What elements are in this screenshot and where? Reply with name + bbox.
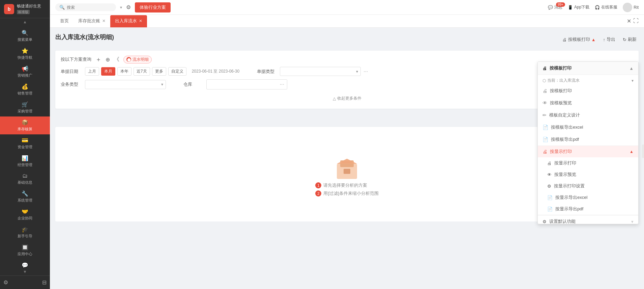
gear-icon-2: ⚙ bbox=[547, 184, 551, 189]
sidebar-item-system[interactable]: 🔧 系统管理 bbox=[0, 188, 50, 206]
dropdown-display-export-excel[interactable]: 📄 按显示导出excel bbox=[538, 192, 638, 203]
tab-home[interactable]: 首页 bbox=[55, 15, 74, 27]
sidebar-item-finance[interactable]: 💳 资金管理 bbox=[0, 134, 50, 152]
wrench-icon: 🔧 bbox=[22, 190, 28, 197]
print-template-btn[interactable]: 🖨 按模板打印 ▲ bbox=[560, 35, 598, 44]
card-icon: 💳 bbox=[22, 137, 28, 143]
sidebar-scroll-down[interactable]: ▼ bbox=[0, 268, 50, 275]
sidebar-item-inventory[interactable]: 📦 库存核算 bbox=[0, 116, 50, 134]
sidebar-item-marketing[interactable]: 📢 营销推广 bbox=[0, 63, 50, 81]
biz-type-select[interactable] bbox=[85, 80, 166, 89]
sidebar-item-guide[interactable]: 🎓 新手引导 bbox=[0, 224, 50, 241]
graduation-icon: 🎓 bbox=[22, 226, 28, 233]
doc-type-select[interactable] bbox=[280, 67, 361, 76]
date-btn-more[interactable]: 更多 bbox=[152, 67, 166, 76]
filter-collapse-btn[interactable]: 《 bbox=[114, 56, 119, 63]
warehouse-filter: 仓库 ··· bbox=[183, 79, 287, 89]
sidebar-scroll-up[interactable]: ▲ bbox=[0, 18, 50, 26]
tab-batch-account[interactable]: 库存批次账 ✕ bbox=[74, 15, 110, 27]
sidebar-item-sales[interactable]: 💰 销售管理 bbox=[0, 81, 50, 99]
star-icon: ⭐ bbox=[22, 48, 28, 54]
dropdown-template-export-pdf[interactable]: 📄 按模板导出pdf bbox=[538, 133, 638, 146]
sidebar-item-wechat[interactable]: 💬 企业微信 bbox=[0, 259, 50, 268]
toggle-sidebar-icon[interactable]: ⊟ bbox=[42, 279, 47, 286]
sidebar-bottom: ⚙ ⊟ bbox=[0, 275, 50, 289]
dropdown-display-export-pdf[interactable]: 📄 按显示导出pdf bbox=[538, 203, 638, 215]
date-btn-custom[interactable]: 自定义 bbox=[168, 67, 186, 76]
chevron-up-icon: ▲ bbox=[591, 37, 596, 42]
chart-icon: 📊 bbox=[22, 155, 28, 161]
section-chevron-up-icon: ▲ bbox=[630, 149, 634, 154]
dropdown-panel-header: 🖨 按模板打印 ▲ bbox=[538, 62, 638, 75]
sidebar-item-basics[interactable]: 🗂 基础信息 bbox=[0, 170, 50, 188]
dropdown-display-preview[interactable]: 👁 按显示预览 bbox=[538, 169, 638, 180]
sidebar-item-quick-nav[interactable]: ⭐ 快捷导航 bbox=[0, 45, 50, 63]
sidebar-item-search[interactable]: 🔍 搜索菜单 bbox=[0, 27, 50, 45]
tag-icon: ⬤ bbox=[126, 57, 131, 62]
current-module-icon: ⬡ bbox=[543, 78, 546, 83]
expand-window-btn[interactable]: ⛶ bbox=[633, 18, 639, 24]
date-btn-this-year[interactable]: 本年 bbox=[117, 67, 131, 76]
message-btn[interactable]: 💬 消息 99+ bbox=[548, 4, 562, 10]
export-btn[interactable]: ↑ 导出 bbox=[601, 35, 618, 44]
filter-settings-btn[interactable]: ⊕ bbox=[106, 56, 110, 63]
gear-icon[interactable]: ⚙ bbox=[126, 4, 131, 10]
app-logo: b 畅捷通好生意 标准版 bbox=[0, 0, 50, 18]
money-icon: 💰 bbox=[22, 83, 28, 90]
doc-type-more-btn[interactable]: ··· bbox=[363, 69, 368, 75]
eye-icon-2: 👁 bbox=[547, 172, 552, 177]
sidebar-item-app-center[interactable]: 🔲 应用中心 bbox=[0, 241, 50, 259]
search-icon: 🔍 bbox=[22, 30, 28, 36]
sidebar-item-enterprise[interactable]: 🤝 企业协同 bbox=[0, 206, 50, 224]
date-btn-last-month[interactable]: 上月 bbox=[85, 67, 99, 76]
dropdown-display-print-settings[interactable]: ⚙ 按显示打印设置 bbox=[538, 180, 638, 192]
trial-button[interactable]: 体验行业方案 bbox=[135, 2, 171, 12]
app-download-btn[interactable]: 📱 App下载 bbox=[568, 4, 589, 10]
dropdown-template-preview[interactable]: 👁 按模板预览 bbox=[538, 97, 638, 109]
printer-icon: 🖨 bbox=[562, 37, 567, 42]
online-service-btn[interactable]: 🎧 在线客服 bbox=[595, 4, 617, 10]
dropdown-footer-settings[interactable]: ⚙ 设置默认功能 ▾ bbox=[538, 215, 638, 224]
page-top-actions: 🖨 按模板打印 ▲ ↑ 导出 ↻ 刷新 bbox=[560, 35, 639, 44]
settings-icon[interactable]: ⚙ bbox=[3, 279, 8, 286]
grid-icon: 🔲 bbox=[22, 244, 28, 251]
refresh-btn[interactable]: ↻ 刷新 bbox=[621, 35, 639, 44]
doc-type-select-wrapper bbox=[280, 67, 361, 76]
warehouse-more-btn[interactable]: ··· bbox=[280, 81, 284, 87]
handshake-icon: 🤝 bbox=[22, 208, 28, 215]
search-input[interactable] bbox=[67, 5, 107, 10]
empty-step-1: 1 请先选择要分析的方案 bbox=[315, 182, 367, 188]
close-window-btn[interactable]: ✕ bbox=[627, 18, 631, 24]
user-menu[interactable]: Rit bbox=[623, 3, 639, 12]
empty-step-2: 2 用[过滤]条件来缩小分析范围 bbox=[315, 190, 378, 196]
dropdown-template-print[interactable]: 🖨 按模板打印 bbox=[538, 85, 638, 97]
export-icon: ↑ bbox=[603, 37, 606, 42]
main-area: 🔍 ▾ ⚙ 体验行业方案 💬 消息 99+ 📱 App下载 🎧 在线客服 bbox=[50, 0, 644, 289]
tab-resize-btns: ✕ ⛶ bbox=[627, 18, 639, 24]
eye-icon-1: 👁 bbox=[543, 100, 547, 106]
chevron-down-icon: ▾ bbox=[120, 5, 122, 10]
date-btn-this-month[interactable]: 本月 bbox=[101, 67, 115, 76]
topbar-search-box[interactable]: 🔍 bbox=[55, 3, 116, 11]
refresh-icon: ↻ bbox=[623, 37, 626, 42]
chevron-up-icon[interactable]: ▲ bbox=[629, 66, 634, 71]
dropdown-template-custom[interactable]: ✏ 模板自定义设计 bbox=[538, 109, 638, 121]
message-icon: 💬 bbox=[548, 5, 553, 10]
dropdown-scrollable: 🖨 按模板打印 ▲ ⬡ 当前：出入库流水 ▾ 🖨 按模板打印 👁 按模板预览 bbox=[538, 62, 638, 224]
tab-in-out-flow[interactable]: 出入库流水 ✕ bbox=[110, 15, 147, 27]
date-btn-7days[interactable]: 近7天 bbox=[134, 67, 150, 76]
date-filter-label: 单据日期 bbox=[61, 69, 81, 75]
sidebar-item-operations[interactable]: 📊 经营管理 bbox=[0, 152, 50, 170]
filter-active-tag[interactable]: ⬤ 流水明细 bbox=[123, 56, 152, 63]
doc-type-label: 单据类型 bbox=[257, 69, 277, 75]
dropdown-template-export-excel[interactable]: 📄 按模板导出excel bbox=[538, 121, 638, 133]
topbar-dropdown[interactable]: ▾ bbox=[120, 5, 122, 10]
cart-icon: 🛒 bbox=[22, 101, 28, 108]
dropdown-display-print[interactable]: 🖨 按显示打印 bbox=[538, 157, 638, 169]
tab-close-in-out-flow[interactable]: ✕ bbox=[139, 19, 142, 23]
filter-add-btn[interactable]: ＋ bbox=[95, 55, 101, 63]
tab-close-batch-account[interactable]: ✕ bbox=[102, 19, 106, 23]
sidebar-item-purchase[interactable]: 🛒 采购管理 bbox=[0, 99, 50, 116]
dropdown-display-section-header[interactable]: 🖨 按显示打印 ▲ bbox=[538, 146, 638, 157]
right-edge-handle[interactable] bbox=[642, 144, 644, 158]
